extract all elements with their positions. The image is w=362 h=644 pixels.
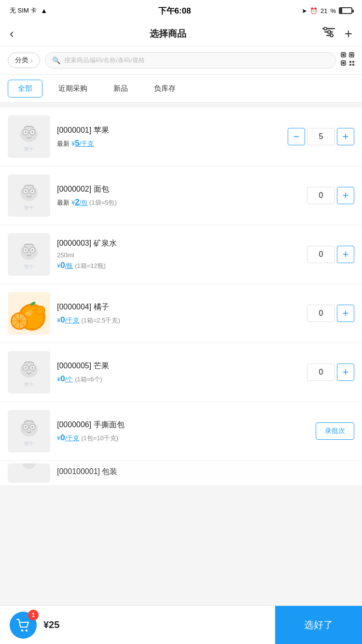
svg-point-4 (328, 30, 331, 33)
back-button[interactable]: ‹ (10, 26, 14, 41)
product-spec-3: 250ml (57, 252, 300, 259)
product-image-4 (8, 292, 50, 335)
svg-rect-12 (349, 61, 351, 63)
svg-rect-14 (349, 64, 351, 66)
status-left: 无 SIM 卡 ▲ (10, 6, 47, 15)
product-item-2: 智十 [0000002] 面包 最新 ¥2/包 (1袋=5包) + (0, 167, 362, 224)
product-name-2: [0000002] 面包 (57, 184, 300, 195)
bottom-bar: 1 ¥25 选好了 (0, 605, 362, 644)
svg-rect-9 (350, 54, 353, 56)
svg-point-72 (26, 629, 28, 631)
product-price-3: ¥0/瓶 (1箱=12瓶) (57, 261, 300, 270)
qty-input-2[interactable] (307, 187, 335, 204)
nav-bar: ‹ 选择商品 + (0, 21, 362, 46)
search-placeholder: 搜索商品编码/名称/条码/规格 (64, 56, 145, 65)
product-item-6: 智十 [0000006] 手撕面包 ¥0/千克 (1包=10千克) 录批次 (0, 402, 362, 460)
svg-point-36 (31, 249, 33, 251)
product-price-2: 最新 ¥2/包 (1袋=5包) (57, 197, 300, 207)
product-price-1: 最新 ¥5/千克 (57, 139, 281, 148)
product-info-2: [0000002] 面包 最新 ¥2/包 (1袋=5包) (57, 184, 300, 207)
svg-point-55 (25, 367, 27, 369)
product-info-6: [0000006] 手撕面包 ¥0/千克 (1包=10千克) (57, 420, 309, 443)
product-item-1: 智十 [0000001] 苹果 最新 ¥5/千克 − + (0, 108, 362, 166)
product-info-4: [0000004] 橘子 ¥0/千克 (1箱=2.5千克) (57, 302, 300, 325)
product-image-5: 智十 (8, 351, 50, 393)
svg-point-5 (330, 34, 333, 37)
qty-plus-5[interactable]: + (337, 364, 354, 381)
product-name-7: [000100001] 包装 (57, 467, 354, 477)
cart-total: ¥25 (43, 619, 59, 630)
carrier-text: 无 SIM 卡 (10, 6, 37, 15)
tab-all[interactable]: 全部 (8, 80, 42, 98)
product-name-3: [0000003] 矿泉水 (57, 238, 300, 249)
product-item-3: 智十 [0000003] 矿泉水 250ml ¥0/瓶 (1箱=12瓶) + (0, 225, 362, 283)
product-image-6: 智十 (8, 410, 50, 452)
product-info-3: [0000003] 矿泉水 250ml ¥0/瓶 (1箱=12瓶) (57, 238, 300, 270)
qty-input-5[interactable] (307, 364, 335, 381)
status-time: 下午6:08 (158, 5, 191, 16)
product-list: 智十 [0000001] 苹果 最新 ¥5/千克 − + (0, 108, 362, 530)
svg-point-64 (22, 463, 36, 469)
product-item-5: 智十 [0000005] 芒果 ¥0/个 (1箱=6个) + (0, 343, 362, 401)
qty-plus-1[interactable]: + (337, 128, 354, 145)
product-item-7: [000100001] 包装 (0, 461, 362, 485)
filter-icon[interactable] (322, 27, 335, 41)
batch-button-6[interactable]: 录批次 (316, 422, 354, 440)
qty-input-4[interactable] (307, 305, 335, 322)
nav-actions: + (322, 26, 352, 42)
wifi-icon: ▲ (41, 7, 47, 14)
status-bar: 无 SIM 卡 ▲ 下午6:08 ➤ ⏰ 21 % (0, 0, 362, 21)
tab-recent[interactable]: 近期采购 (48, 80, 97, 98)
search-bar[interactable]: 🔍 搜索商品编码/名称/条码/规格 (45, 52, 336, 69)
svg-point-49 (37, 307, 44, 314)
tabs-bar: 全部 近期采购 新品 负库存 (0, 75, 362, 103)
svg-point-71 (21, 629, 23, 631)
category-arrow: › (30, 56, 33, 64)
status-right: ➤ ⏰ 21 % (302, 7, 352, 14)
add-button[interactable]: + (345, 26, 352, 42)
qty-input-3[interactable] (307, 246, 335, 263)
qty-plus-2[interactable]: + (337, 187, 354, 204)
qty-plus-3[interactable]: + (337, 246, 354, 263)
svg-point-3 (324, 27, 327, 30)
qty-input-1[interactable] (307, 128, 335, 145)
cart-icon[interactable]: 1 (10, 612, 37, 639)
page-title: 选择商品 (150, 28, 186, 40)
svg-rect-11 (342, 62, 345, 64)
confirm-button[interactable]: 选好了 (275, 606, 362, 644)
product-name-1: [0000001] 苹果 (57, 126, 281, 136)
svg-point-22 (31, 131, 33, 133)
category-button[interactable]: 分类 › (8, 53, 40, 68)
svg-point-35 (25, 249, 27, 251)
qty-control-2: + (307, 187, 354, 204)
battery-icon (339, 7, 352, 14)
svg-point-63 (31, 426, 33, 428)
filter-bar: 分类 › 🔍 搜索商品编码/名称/条码/规格 (0, 46, 362, 75)
alarm-icon: ⏰ (310, 7, 318, 14)
svg-point-21 (25, 131, 27, 133)
qty-control-1: − + (288, 128, 354, 145)
product-price-4: ¥0/千克 (1箱=2.5千克) (57, 315, 300, 325)
svg-point-29 (31, 190, 33, 192)
battery-text: 21 (320, 7, 327, 14)
tab-negative[interactable]: 负库存 (144, 80, 186, 98)
qty-plus-4[interactable]: + (337, 305, 354, 322)
location-icon: ➤ (302, 7, 307, 14)
product-name-4: [0000004] 橘子 (57, 302, 300, 312)
qty-control-4: + (307, 305, 354, 322)
product-price-5: ¥0/个 (1箱=6个) (57, 374, 300, 384)
qty-minus-1[interactable]: − (288, 128, 305, 145)
product-image-3: 智十 (8, 233, 50, 276)
svg-point-62 (25, 426, 27, 428)
svg-point-56 (31, 367, 33, 369)
tab-new[interactable]: 新品 (103, 80, 138, 98)
product-item-4: [0000004] 橘子 ¥0/千克 (1箱=2.5千克) + (0, 284, 362, 342)
svg-point-28 (25, 190, 27, 192)
qty-control-3: + (307, 246, 354, 263)
scan-icon[interactable] (341, 52, 354, 69)
product-name-6: [0000006] 手撕面包 (57, 420, 309, 430)
section-divider (0, 103, 362, 108)
qty-control-5: + (307, 364, 354, 381)
product-name-5: [0000005] 芒果 (57, 361, 300, 371)
svg-rect-13 (352, 61, 354, 63)
